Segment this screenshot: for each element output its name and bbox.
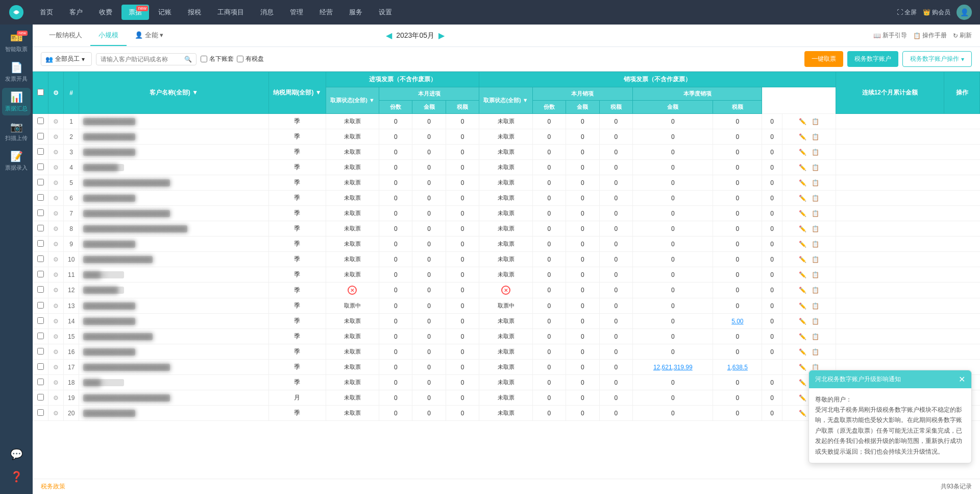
- row-settings-icon[interactable]: ⚙: [53, 394, 59, 402]
- row-settings-icon[interactable]: ⚙: [53, 271, 59, 278]
- app-logo[interactable]: [8, 4, 24, 20]
- header-tax-cycle[interactable]: 纳税周期(全部) ▼: [268, 72, 326, 114]
- row-customer-name[interactable]: ████████████████████████: [79, 221, 268, 237]
- row-checkbox[interactable]: [37, 163, 44, 170]
- row-customer-name[interactable]: ████████: [79, 160, 268, 175]
- header-out-status[interactable]: 取票状态(全部) ▼: [479, 87, 532, 114]
- employee-select[interactable]: 👥 全部员工 ▾: [41, 52, 92, 66]
- row-settings-icon[interactable]: ⚙: [53, 302, 59, 310]
- row-checkbox[interactable]: [37, 333, 44, 339]
- row-checkbox[interactable]: [37, 225, 44, 231]
- refresh-btn[interactable]: ↻ 刷新: [953, 31, 972, 40]
- row-checkbox[interactable]: [37, 394, 44, 401]
- row-edit-btn[interactable]: ✏️: [799, 394, 806, 402]
- row-checkbox[interactable]: [37, 286, 44, 293]
- nav-settings[interactable]: 设置: [372, 5, 399, 20]
- row-customer-name[interactable]: ████████████████████: [79, 360, 268, 375]
- row-copy-btn[interactable]: 📋: [812, 256, 819, 263]
- row-settings-icon[interactable]: ⚙: [53, 410, 59, 417]
- row-customer-name[interactable]: ████████████: [79, 406, 268, 421]
- row-customer-name[interactable]: ████ e: [79, 267, 268, 283]
- sidebar-item-smart-ticket[interactable]: 🎫 智能取票 new: [2, 29, 31, 56]
- row-edit-btn[interactable]: ✏️: [799, 410, 806, 417]
- tab-all[interactable]: 👤 全能 ▾: [127, 26, 172, 46]
- row-checkbox[interactable]: [37, 317, 44, 324]
- row-copy-btn[interactable]: 📋: [812, 210, 819, 217]
- row-customer-name[interactable]: ████████████: [79, 129, 268, 145]
- prev-month-btn[interactable]: ◀: [386, 31, 392, 40]
- row-copy-btn[interactable]: 📋: [812, 133, 819, 140]
- sidebar-item-invoice-entry[interactable]: 📝 票据录入: [2, 147, 31, 175]
- row-edit-btn[interactable]: ✏️: [799, 210, 806, 217]
- row-customer-name[interactable]: ████████████: [79, 145, 268, 160]
- row-copy-btn[interactable]: 📋: [812, 333, 819, 340]
- row-customer-name[interactable]: ████████████████████: [79, 390, 268, 406]
- row-customer-name[interactable]: ████████: [79, 283, 268, 298]
- row-checkbox[interactable]: [37, 209, 44, 216]
- nav-tax[interactable]: 报税: [181, 5, 208, 20]
- row-copy-btn[interactable]: 📋: [812, 149, 819, 156]
- row-settings-icon[interactable]: ⚙: [53, 225, 59, 232]
- nav-service[interactable]: 服务: [342, 5, 370, 20]
- notification-close-btn[interactable]: ✕: [959, 374, 965, 384]
- one-click-ticket-btn[interactable]: 一键取票: [804, 51, 843, 67]
- sidebar-item-invoice-open[interactable]: 📄 发票开具: [2, 58, 31, 86]
- row-checkbox[interactable]: [37, 133, 44, 139]
- row-customer-name[interactable]: ████████████████████: [79, 175, 268, 191]
- header-customer-name[interactable]: 客户名称(全部) ▼: [79, 72, 268, 114]
- row-copy-btn[interactable]: 📋: [812, 271, 819, 278]
- row-settings-icon[interactable]: ⚙: [53, 287, 59, 294]
- sidebar-item-invoice-summary[interactable]: 📊 票据汇总: [2, 88, 31, 115]
- row-copy-btn[interactable]: 📋: [812, 348, 819, 356]
- row-copy-btn[interactable]: 📋: [812, 287, 819, 294]
- row-settings-icon[interactable]: ⚙: [53, 118, 59, 125]
- row-edit-btn[interactable]: ✏️: [799, 287, 806, 294]
- row-customer-name[interactable]: ████████████████████: [79, 206, 268, 221]
- row-checkbox[interactable]: [37, 348, 44, 355]
- row-edit-btn[interactable]: ✏️: [799, 118, 806, 125]
- row-checkbox[interactable]: [37, 363, 44, 370]
- row-settings-icon[interactable]: ⚙: [53, 195, 59, 202]
- row-settings-icon[interactable]: ⚙: [53, 210, 59, 217]
- row-customer-name[interactable]: ████████████████: [79, 329, 268, 344]
- row-edit-btn[interactable]: ✏️: [799, 271, 806, 278]
- nav-operation[interactable]: 经营: [312, 5, 340, 20]
- row-settings-icon[interactable]: ⚙: [53, 364, 59, 371]
- nav-accounting[interactable]: 记账: [151, 5, 179, 20]
- row-settings-icon[interactable]: ⚙: [53, 179, 59, 186]
- row-copy-btn[interactable]: 📋: [812, 118, 819, 125]
- row-edit-btn[interactable]: ✏️: [799, 379, 806, 386]
- row-settings-icon[interactable]: ⚙: [53, 348, 59, 356]
- row-checkbox[interactable]: [37, 194, 44, 201]
- row-settings-icon[interactable]: ⚙: [53, 149, 59, 156]
- row-edit-btn[interactable]: ✏️: [799, 195, 806, 202]
- checkbox-tax-disk[interactable]: 有税盘: [237, 55, 264, 63]
- select-all-checkbox[interactable]: [37, 89, 44, 96]
- row-settings-icon[interactable]: ⚙: [53, 164, 59, 171]
- nav-invoice[interactable]: 票据 new: [121, 5, 149, 20]
- row-settings-icon[interactable]: ⚙: [53, 133, 59, 140]
- tab-general-taxpayer[interactable]: 一般纳税人: [41, 26, 90, 46]
- row-copy-btn[interactable]: 📋: [812, 179, 819, 186]
- row-customer-name[interactable]: ████████████: [79, 314, 268, 329]
- tax-ops-btn[interactable]: 税务数字账户操作 ▾: [902, 51, 972, 67]
- nav-business[interactable]: 工商项目: [210, 5, 251, 20]
- row-settings-icon[interactable]: ⚙: [53, 318, 59, 325]
- row-edit-btn[interactable]: ✏️: [799, 364, 806, 371]
- header-in-status[interactable]: 取票状态(全部) ▼: [326, 87, 379, 114]
- row-edit-btn[interactable]: ✏️: [799, 133, 806, 140]
- row-settings-icon[interactable]: ⚙: [53, 241, 59, 248]
- row-copy-btn[interactable]: 📋: [812, 225, 819, 232]
- table-container[interactable]: ⚙ # 客户名称(全部) ▼ 纳税周期(全部) ▼ 进项发票（不含作废票） 销项…: [33, 72, 980, 479]
- row-edit-btn[interactable]: ✏️: [799, 256, 806, 263]
- next-month-btn[interactable]: ▶: [438, 31, 445, 40]
- row-checkbox[interactable]: [37, 148, 44, 155]
- search-icon[interactable]: 🔍: [184, 56, 192, 63]
- row-settings-icon[interactable]: ⚙: [53, 379, 59, 386]
- manual-btn[interactable]: 📋 操作手册: [913, 31, 947, 40]
- guide-btn[interactable]: 📖 新手引导: [873, 31, 907, 40]
- row-copy-btn[interactable]: 📋: [812, 302, 819, 310]
- fullscreen-btn[interactable]: ⛶ 全屏: [897, 8, 917, 17]
- nav-manage[interactable]: 管理: [283, 5, 310, 20]
- row-edit-btn[interactable]: ✏️: [799, 348, 806, 356]
